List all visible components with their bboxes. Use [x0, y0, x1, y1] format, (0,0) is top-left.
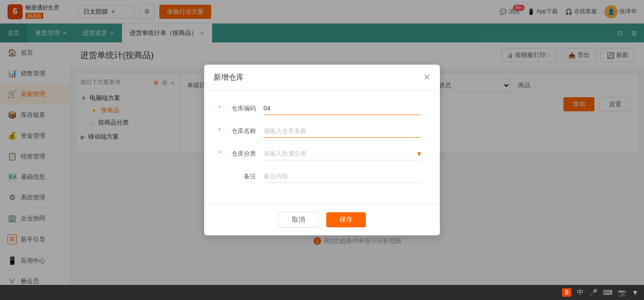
save-button[interactable]: 保存: [326, 212, 366, 227]
modal-header: 新增仓库 ✕: [204, 65, 440, 91]
warehouse-modal: 新增仓库 ✕ 仓库编码 仓库名称 仓库分类 ▾: [204, 65, 440, 235]
form-row-code: 仓库编码: [223, 102, 421, 115]
form-row-name: 仓库名称: [223, 125, 421, 138]
mic-icon[interactable]: 🎤: [589, 289, 597, 296]
note-input[interactable]: [264, 170, 421, 183]
name-label: 仓库名称: [223, 127, 256, 135]
name-input[interactable]: [264, 125, 421, 138]
form-row-note: 备注: [223, 170, 421, 183]
category-select-row: ▾: [264, 147, 421, 160]
bottom-bar: S 中 🎤 ⌨ 📷 ▼: [0, 285, 644, 300]
modal-close-button[interactable]: ✕: [423, 72, 430, 83]
form-row-category: 仓库分类 ▾: [223, 147, 421, 160]
note-label: 备注: [223, 172, 256, 181]
category-label: 仓库分类: [223, 150, 256, 158]
keyboard-icon[interactable]: ⌨: [603, 289, 612, 296]
cancel-button[interactable]: 取消: [278, 212, 319, 228]
more-icon[interactable]: ▼: [632, 289, 638, 296]
s-logo: S: [562, 288, 571, 297]
code-input[interactable]: [264, 102, 421, 115]
modal-footer: 取消 保存: [204, 204, 440, 235]
code-label: 仓库编码: [223, 104, 256, 113]
modal-title: 新增仓库: [214, 73, 244, 83]
category-dropdown-icon[interactable]: ▾: [417, 149, 421, 158]
modal-overlay[interactable]: 新增仓库 ✕ 仓库编码 仓库名称 仓库分类 ▾: [0, 0, 644, 300]
chinese-icon[interactable]: 中: [577, 288, 584, 297]
modal-body: 仓库编码 仓库名称 仓库分类 ▾ 备注: [204, 91, 440, 204]
category-input[interactable]: [264, 150, 417, 157]
camera-icon[interactable]: 📷: [618, 289, 626, 296]
